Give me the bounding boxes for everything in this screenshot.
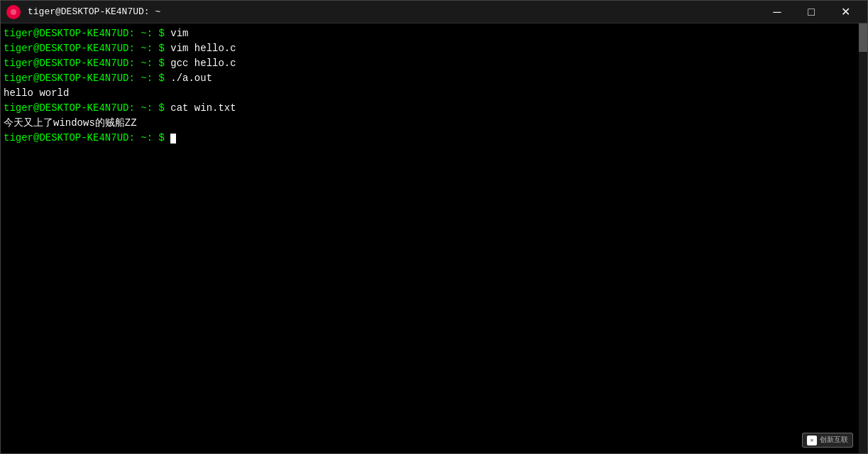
prompt-dollar: $ — [158, 28, 164, 39]
titlebar: tiger@DESKTOP-KE4N7UD: ~ ─ □ ✕ — [1, 1, 867, 23]
prompt-dollar: $ — [158, 132, 164, 144]
terminal-line: tiger@DESKTOP-KE4N7UD: ~: $ vim — [4, 26, 864, 41]
app-logo — [6, 5, 21, 19]
watermark-icon: ✕ — [807, 436, 817, 445]
prompt-text: tiger@DESKTOP-KE4N7UD: ~: — [4, 72, 158, 84]
terminal-line: tiger@DESKTOP-KE4N7UD: ~: $ — [4, 131, 864, 146]
prompt-text: tiger@DESKTOP-KE4N7UD: ~: — [4, 43, 158, 54]
prompt-text: tiger@DESKTOP-KE4N7UD: ~: — [4, 28, 158, 39]
watermark-text: 创新互联 — [820, 435, 848, 445]
prompt-dollar: $ — [158, 43, 164, 54]
close-button[interactable]: ✕ — [829, 1, 862, 23]
terminal-line: 今天又上了windows的贼船ZZ — [4, 116, 864, 131]
prompt-text: tiger@DESKTOP-KE4N7UD: ~: — [4, 132, 158, 144]
maximize-button[interactable]: □ — [795, 1, 828, 23]
prompt-text: tiger@DESKTOP-KE4N7UD: ~: — [4, 102, 158, 114]
command-text: vim — [165, 28, 189, 39]
command-text: ./a.out — [165, 72, 212, 84]
window-controls: ─ □ ✕ — [761, 1, 862, 23]
minimize-button[interactable]: ─ — [761, 1, 793, 23]
terminal-line: hello world — [4, 86, 864, 101]
terminal-cursor — [170, 134, 176, 144]
prompt-text: tiger@DESKTOP-KE4N7UD: ~: — [4, 58, 158, 69]
prompt-dollar: $ — [158, 72, 164, 84]
command-text — [165, 132, 170, 144]
command-text: gcc hello.c — [165, 58, 236, 69]
scrollbar[interactable] — [859, 23, 867, 453]
window-title: tiger@DESKTOP-KE4N7UD: ~ — [28, 6, 761, 17]
command-text: cat win.txt — [165, 102, 236, 114]
command-text: vim hello.c — [165, 43, 236, 54]
prompt-dollar: $ — [158, 102, 164, 114]
terminal-body[interactable]: tiger@DESKTOP-KE4N7UD: ~: $ vimtiger@DES… — [1, 23, 867, 453]
prompt-dollar: $ — [158, 58, 164, 69]
terminal-line: tiger@DESKTOP-KE4N7UD: ~: $ gcc hello.c — [4, 56, 864, 71]
terminal-line: tiger@DESKTOP-KE4N7UD: ~: $ cat win.txt — [4, 101, 864, 116]
watermark: ✕ 创新互联 — [802, 433, 853, 448]
terminal-line: tiger@DESKTOP-KE4N7UD: ~: $ ./a.out — [4, 71, 864, 86]
output-text: 今天又上了windows的贼船ZZ — [4, 117, 137, 129]
output-text: hello world — [4, 87, 69, 99]
terminal-output: tiger@DESKTOP-KE4N7UD: ~: $ vimtiger@DES… — [4, 26, 864, 146]
terminal-window: tiger@DESKTOP-KE4N7UD: ~ ─ □ ✕ tiger@DES… — [0, 0, 868, 454]
scrollbar-thumb[interactable] — [859, 23, 867, 52]
terminal-line: tiger@DESKTOP-KE4N7UD: ~: $ vim hello.c — [4, 41, 864, 56]
